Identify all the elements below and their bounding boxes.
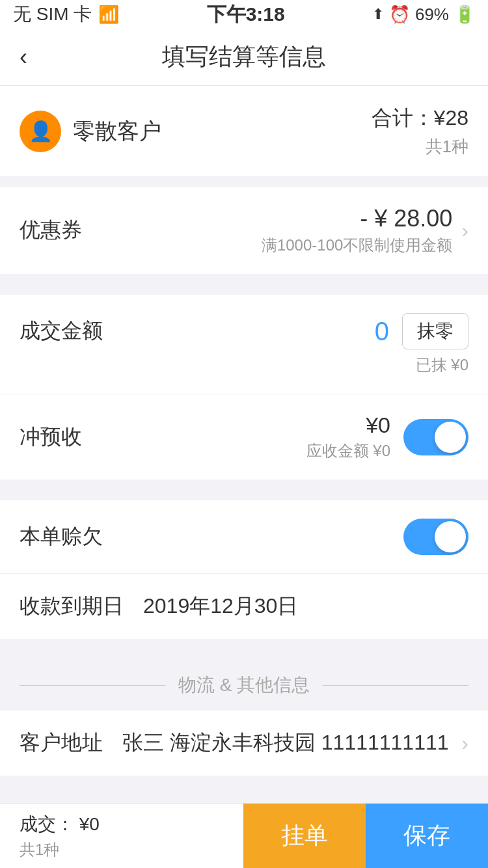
- nav-bar: ‹ 填写结算等信息: [0, 29, 488, 86]
- transaction-top: 成交金额 0 抹零: [20, 313, 468, 349]
- total-count: 共1种: [372, 135, 468, 158]
- debt-section: 本单赊欠 收款到期日 2019年12月30日: [0, 500, 488, 639]
- status-left: 无 SIM 卡 📶: [13, 2, 119, 27]
- customer-name: 零散客户: [73, 116, 161, 146]
- debt-label: 本单赊欠: [20, 522, 103, 551]
- coupon-row[interactable]: 优惠券 - ¥ 28.00 满1000-100不限制使用金额 ›: [0, 187, 488, 274]
- avatar: 👤: [20, 111, 61, 152]
- transaction-amount: 0: [375, 317, 389, 346]
- status-right: ⬆ ⏰ 69% 🔋: [372, 5, 475, 25]
- duedate-label: 收款到期日: [20, 592, 124, 621]
- prepayment-toggle[interactable]: [403, 419, 468, 455]
- prepayment-sub: 应收金额 ¥0: [306, 441, 390, 461]
- transaction-sub: 已抹 ¥0: [20, 355, 468, 375]
- page-title: 填写结算等信息: [162, 41, 326, 73]
- duedate-value: 2019年12月30日: [143, 592, 298, 621]
- transaction-value: 0 抹零: [375, 313, 468, 349]
- transaction-label: 成交金额: [20, 317, 103, 346]
- prepayment-main: ¥0: [306, 413, 390, 438]
- address-row[interactable]: 客户地址 张三 海淀永丰科技园 11111111111 ›: [0, 711, 488, 776]
- address-section: 客户地址 张三 海淀永丰科技园 11111111111 ›: [0, 711, 488, 776]
- customer-right: 合计：¥28 共1种: [372, 104, 468, 158]
- duedate-row: 收款到期日 2019年12月30日: [0, 573, 488, 639]
- coupon-chevron-icon: ›: [461, 219, 468, 243]
- round-button[interactable]: 抹零: [402, 313, 468, 349]
- total-amount: 合计：¥28: [372, 104, 468, 133]
- coupon-right: - ¥ 28.00 满1000-100不限制使用金额 ›: [262, 205, 468, 256]
- address-chevron-icon: ›: [461, 731, 468, 755]
- section-divider-2: [0, 490, 488, 500]
- section-divider-1: [0, 284, 488, 295]
- wifi-icon: 📶: [98, 5, 119, 25]
- avatar-icon: 👤: [29, 120, 53, 142]
- coupon-section: 优惠券 - ¥ 28.00 满1000-100不限制使用金额 ›: [0, 187, 488, 274]
- logistics-divider-right: [323, 685, 468, 686]
- coupon-value-block: - ¥ 28.00 满1000-100不限制使用金额: [262, 205, 452, 256]
- coupon-amount: - ¥ 28.00: [262, 205, 452, 232]
- customer-row: 👤 零散客户 合计：¥28 共1种: [0, 86, 488, 176]
- logistics-section: 物流 & 其他信息: [0, 660, 488, 711]
- back-button[interactable]: ‹: [20, 44, 27, 71]
- status-time: 下午3:18: [207, 1, 285, 28]
- status-bar: 无 SIM 卡 📶 下午3:18 ⬆ ⏰ 69% 🔋: [0, 0, 488, 29]
- section-divider-3: [0, 649, 488, 660]
- hold-button[interactable]: 挂单: [243, 804, 366, 868]
- logistics-label: 物流 & 其他信息: [165, 673, 323, 698]
- alarm-icon: ⏰: [389, 5, 410, 25]
- coupon-label: 优惠券: [20, 216, 82, 245]
- customer-section: 👤 零散客户 合计：¥28 共1种: [0, 86, 488, 176]
- transaction-section: 成交金额 0 抹零 已抹 ¥0 冲预收 ¥0 应收金额 ¥0: [0, 295, 488, 480]
- battery-label: 69%: [415, 5, 449, 25]
- logistics-divider-left: [20, 685, 165, 686]
- debt-toggle[interactable]: [403, 519, 468, 555]
- save-button[interactable]: 保存: [366, 804, 488, 868]
- prepayment-amounts: ¥0 应收金额 ¥0: [306, 413, 390, 461]
- sim-label: 无 SIM 卡: [13, 2, 92, 27]
- debt-toggle-knob: [435, 521, 466, 552]
- prepayment-right: ¥0 应收金额 ¥0: [306, 413, 468, 461]
- location-icon: ⬆: [372, 6, 384, 23]
- address-value: 张三 海淀永丰科技园 11111111111: [122, 729, 461, 757]
- prepayment-row: 冲预收 ¥0 应收金额 ¥0: [0, 394, 488, 480]
- transaction-row: 成交金额 0 抹零 已抹 ¥0: [0, 295, 488, 394]
- customer-left: 👤 零散客户: [20, 111, 161, 152]
- address-label: 客户地址: [20, 729, 103, 757]
- debt-row: 本单赊欠: [0, 500, 488, 573]
- bottom-trade-label: 成交： ¥0: [20, 812, 224, 837]
- bottom-bar: 成交： ¥0 共1种 挂单 保存: [0, 803, 488, 868]
- coupon-desc: 满1000-100不限制使用金额: [262, 235, 452, 256]
- bottom-summary: 成交： ¥0 共1种: [0, 804, 243, 868]
- toggle-knob: [435, 422, 466, 453]
- bottom-count-label: 共1种: [20, 839, 224, 860]
- prepayment-label: 冲预收: [20, 423, 82, 452]
- battery-icon: 🔋: [454, 5, 475, 25]
